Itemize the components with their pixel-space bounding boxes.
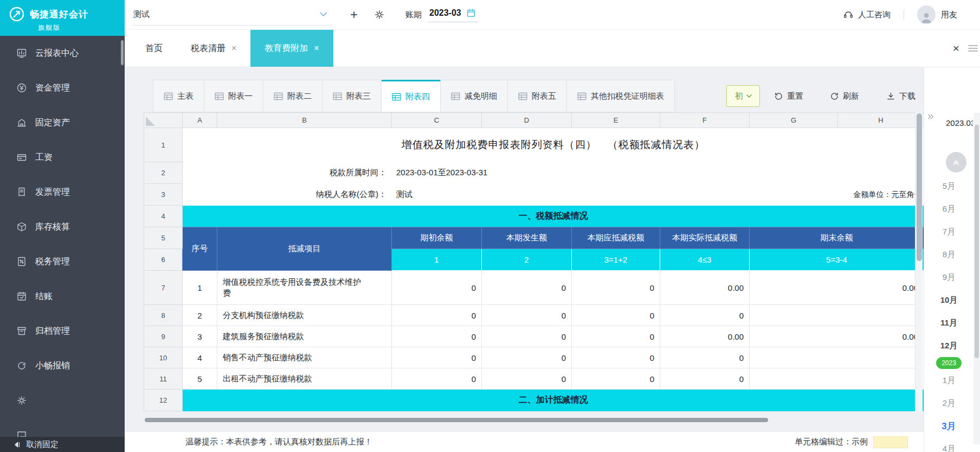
sidebar-item-settings[interactable]: [0, 383, 125, 418]
sidebar-item-inventory[interactable]: 库存核算: [0, 209, 125, 244]
sidebar-item-archive[interactable]: 归档管理: [0, 314, 125, 348]
item-cell[interactable]: 分支机构预征缴纳税款: [217, 305, 392, 326]
row-number[interactable]: 8: [144, 305, 183, 326]
month-item[interactable]: 5月: [943, 175, 955, 198]
column-header[interactable]: C: [392, 113, 482, 128]
month-item[interactable]: 7月: [943, 220, 955, 243]
column-header[interactable]: E: [572, 113, 660, 128]
scrollbar-thumb[interactable]: [975, 125, 979, 358]
header-actual[interactable]: 本期实际抵减税额: [660, 227, 750, 249]
subheader-2[interactable]: 2: [482, 249, 572, 271]
value-cell[interactable]: 0: [482, 326, 572, 347]
month-item[interactable]: 9月: [943, 266, 955, 289]
sidebar-item-invoices[interactable]: 发票管理: [0, 175, 125, 209]
month-item[interactable]: 6月: [943, 198, 955, 220]
value-cell[interactable]: 0: [572, 305, 660, 326]
value-cell[interactable]: 0: [660, 347, 750, 368]
close-icon[interactable]: ×: [944, 42, 968, 55]
month-item[interactable]: 11月: [940, 311, 957, 334]
sheet-tab-appendix2[interactable]: 附表二: [263, 80, 323, 112]
value-cell[interactable]: 0: [572, 368, 660, 390]
month-item[interactable]: 12月: [940, 334, 958, 357]
sidebar-item-funds[interactable]: 资金管理: [0, 71, 125, 105]
value-cell[interactable]: 0: [482, 271, 572, 305]
month-item[interactable]: 4月: [943, 437, 955, 452]
sidebar-item-tax[interactable]: 税务管理: [0, 244, 125, 279]
row-number[interactable]: 11: [144, 368, 183, 390]
value-cell[interactable]: 0: [482, 347, 572, 368]
month-item-active[interactable]: 3月: [942, 415, 956, 437]
select-all-corner[interactable]: [144, 113, 183, 128]
row-number[interactable]: 12: [144, 390, 183, 411]
month-item[interactable]: 8月: [943, 243, 955, 266]
subheader-1[interactable]: 1: [392, 249, 482, 271]
header-deductible[interactable]: 本期应抵减税额: [572, 227, 660, 249]
section1-banner[interactable]: 一、税额抵减情况: [183, 206, 924, 227]
column-header[interactable]: A: [183, 113, 217, 128]
value-cell[interactable]: 0: [392, 368, 482, 390]
seq-cell[interactable]: 5: [183, 368, 217, 390]
period-row-cell[interactable]: 税款所属时间： 2023-03-01至2023-03-31: [183, 162, 924, 184]
value-cell[interactable]: 0: [572, 347, 660, 368]
scrollbar-thumb[interactable]: [917, 113, 922, 261]
seq-cell[interactable]: 2: [183, 305, 217, 326]
sidebar-scrollbar[interactable]: [121, 40, 124, 65]
value-cell[interactable]: 0.00: [660, 326, 750, 347]
header-current[interactable]: 本期发生额: [482, 227, 572, 249]
sidebar-item-salary[interactable]: 工资: [0, 140, 125, 175]
seq-cell[interactable]: 3: [183, 326, 217, 347]
row-number[interactable]: 6: [144, 249, 183, 271]
value-cell[interactable]: 0: [392, 347, 482, 368]
taxpayer-row-cell[interactable]: 纳税人名称(公章)： 测试 金额单位：元至角分: [183, 184, 924, 206]
sidebar-item-reimburse[interactable]: 小畅报销: [0, 348, 125, 383]
sheet-vertical-scrollbar[interactable]: [915, 112, 923, 411]
unpin-button[interactable]: 取消固定: [0, 437, 125, 452]
tab-education-surcharge[interactable]: 教育费附加 ×: [250, 30, 333, 67]
item-cell[interactable]: 增值税税控系统专用设备费及技术维护费: [217, 271, 392, 305]
value-cell[interactable]: 0: [482, 368, 572, 390]
column-header[interactable]: G: [750, 113, 838, 128]
month-item[interactable]: 10月: [940, 289, 958, 311]
row-number[interactable]: 7: [144, 271, 183, 305]
month-item[interactable]: 1月: [943, 369, 955, 392]
avatar[interactable]: [917, 5, 936, 24]
item-cell[interactable]: 出租不动产预征缴纳税款: [217, 368, 392, 390]
value-cell[interactable]: 0: [572, 326, 660, 347]
sheet-tab-appendix4[interactable]: 附表四: [382, 80, 441, 112]
sheet-horizontal-scrollbar[interactable]: [144, 417, 924, 423]
subheader-5[interactable]: 5=3-4: [750, 249, 924, 271]
seq-cell[interactable]: 1: [183, 271, 217, 305]
section2-banner[interactable]: 二、加计抵减情况: [183, 390, 924, 411]
row-number[interactable]: 2: [144, 162, 183, 184]
row-number[interactable]: 9: [144, 326, 183, 347]
scrollbar-thumb[interactable]: [145, 418, 768, 422]
sidebar-item-fixed-assets[interactable]: 固定资产: [0, 105, 125, 140]
value-cell[interactable]: 0: [660, 305, 750, 326]
consult-button[interactable]: 人工咨询: [843, 9, 891, 20]
item-cell[interactable]: 建筑服务预征缴纳税款: [217, 326, 392, 347]
subheader-4[interactable]: 4≤3: [660, 249, 750, 271]
value-cell[interactable]: 0.00: [750, 271, 924, 305]
value-cell[interactable]: [750, 368, 924, 390]
account-set-select[interactable]: 测试: [132, 4, 332, 26]
value-cell[interactable]: 0.00: [750, 326, 924, 347]
sheet-tab-main[interactable]: 主表: [153, 80, 204, 112]
value-cell[interactable]: 0: [572, 271, 660, 305]
scroll-top-button[interactable]: [946, 152, 966, 173]
download-button[interactable]: 下载: [886, 80, 915, 112]
tab-tax-register[interactable]: 税表清册 ×: [177, 30, 250, 67]
seq-cell[interactable]: 4: [183, 347, 217, 368]
row-number[interactable]: 1: [144, 128, 183, 162]
header-opening[interactable]: 期初余额: [392, 227, 482, 249]
month-panel-scrollbar[interactable]: [973, 113, 980, 444]
tab-home[interactable]: 首页: [131, 30, 177, 67]
value-cell[interactable]: 0: [392, 326, 482, 347]
reset-button[interactable]: 重置: [774, 80, 803, 112]
sidebar-item-cloud-report[interactable]: 云报表中心: [0, 36, 125, 71]
value-cell[interactable]: 0.00: [660, 271, 750, 305]
collapse-panel-icon[interactable]: [927, 113, 934, 120]
header-item[interactable]: 抵减项目: [217, 227, 392, 271]
close-icon[interactable]: ×: [231, 44, 236, 53]
value-cell[interactable]: 0: [660, 368, 750, 390]
value-cell[interactable]: [750, 305, 924, 326]
